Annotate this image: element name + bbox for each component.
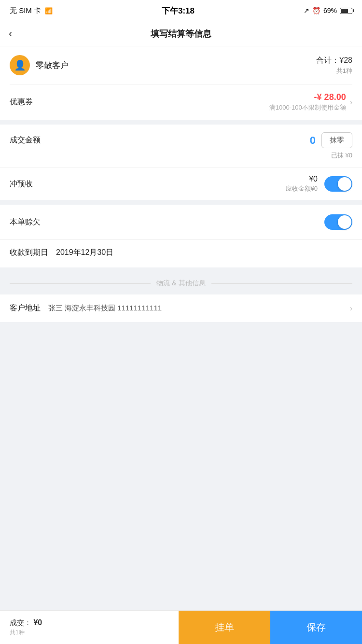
- deal-amount-label: 成交金额: [10, 135, 41, 145]
- amount-row: 成交金额 0 抹零: [0, 125, 362, 150]
- total-count: 共1种: [316, 67, 352, 75]
- coupon-amount: -¥ 28.00: [269, 92, 346, 102]
- due-date-label: 收款到期日: [10, 248, 48, 258]
- empty-space: [0, 327, 362, 423]
- avatar: 👤: [10, 55, 30, 75]
- status-bar: 无 SIM 卡 📶 下午3:18 ↗ ⏰ 69%: [0, 0, 362, 21]
- location-icon: ↗: [304, 7, 309, 14]
- back-icon: ‹: [9, 28, 12, 40]
- logistics-label: 物流 & 其他信息: [156, 279, 205, 288]
- line-bar-right: [211, 283, 352, 284]
- alarm-icon: ⏰: [312, 7, 320, 14]
- due-date-row: 收款到期日 2019年12月30日: [0, 239, 362, 267]
- save-button[interactable]: 保存: [270, 611, 362, 644]
- back-button[interactable]: ‹: [9, 28, 12, 40]
- customer-card: 👤 零散客户 合计：¥28 共1种 优惠券 -¥ 28.00 满1000-100…: [0, 46, 362, 120]
- deal-amount-card: 成交金额 0 抹零 已抹 ¥0 冲预收 ¥0 应收金额¥0: [0, 125, 362, 200]
- toggle-knob: [338, 177, 351, 191]
- address-label: 客户地址: [10, 303, 41, 313]
- bottom-deal-amount: ¥0: [33, 618, 42, 627]
- round-button[interactable]: 抹零: [321, 132, 352, 148]
- coupon-desc: 满1000-100不限制使用金额: [269, 103, 346, 112]
- customer-right: 合计：¥28 共1种: [316, 56, 352, 75]
- address-chevron-icon: ›: [350, 304, 352, 313]
- hold-button-label: 挂单: [215, 621, 234, 634]
- page-title: 填写结算等信息: [151, 28, 211, 40]
- bottom-deal-row: 成交： ¥0: [10, 618, 169, 628]
- prepay-label: 冲预收: [10, 179, 33, 189]
- status-right: ↗ ⏰ 69%: [304, 7, 352, 14]
- battery-icon: [340, 8, 352, 14]
- amount-right: 0 抹零: [301, 132, 352, 148]
- save-button-label: 保存: [306, 621, 326, 634]
- chevron-right-icon: ›: [350, 98, 352, 107]
- address-value: 张三 海淀永丰科技园 11111111111: [48, 304, 350, 313]
- wifi-icon: 📶: [45, 7, 53, 14]
- due-date-value: 2019年12月30日: [56, 248, 113, 258]
- total-amount: 合计：¥28: [316, 56, 352, 66]
- avatar-icon: 👤: [14, 59, 26, 71]
- debt-row: 本单赊欠: [0, 205, 362, 239]
- nav-bar: ‹ 填写结算等信息: [0, 21, 362, 46]
- customer-name: 零散客户: [36, 60, 69, 71]
- coupon-label: 优惠券: [10, 97, 33, 107]
- prepay-row: 冲预收 ¥0 应收金额¥0: [0, 168, 362, 200]
- bottom-deal-label: 成交：: [10, 618, 31, 627]
- logistics-section: 物流 & 其他信息 客户地址 张三 海淀永丰科技园 11111111111 ›: [0, 272, 362, 322]
- content: 👤 零散客户 合计：¥28 共1种 优惠券 -¥ 28.00 满1000-100…: [0, 46, 362, 423]
- prepay-amounts: ¥0 应收金额¥0: [286, 175, 318, 193]
- carrier-label: 无 SIM 卡: [10, 6, 41, 15]
- prepay-toggle[interactable]: [324, 176, 352, 192]
- status-time: 下午3:18: [162, 5, 195, 16]
- prepay-right: ¥0 应收金额¥0: [286, 175, 352, 193]
- bottom-count: 共1种: [10, 629, 169, 637]
- amount-sub: 已抹 ¥0: [0, 150, 362, 168]
- logistics-line: 物流 & 其他信息: [10, 279, 352, 288]
- coupon-row[interactable]: 优惠券 -¥ 28.00 满1000-100不限制使用金额 ›: [0, 84, 362, 120]
- debt-toggle-knob: [338, 215, 351, 229]
- debt-toggle[interactable]: [324, 214, 352, 230]
- status-left: 无 SIM 卡 📶: [10, 6, 53, 15]
- line-bar-left: [10, 283, 151, 284]
- hold-button[interactable]: 挂单: [179, 611, 270, 644]
- coupon-right: -¥ 28.00 满1000-100不限制使用金额: [269, 92, 346, 112]
- prepay-sub: 应收金额¥0: [286, 184, 318, 193]
- customer-row: 👤 零散客户 合计：¥28 共1种: [0, 46, 362, 84]
- bottom-bar: 成交： ¥0 共1种 挂单 保存: [0, 610, 362, 644]
- logistics-divider: 物流 & 其他信息: [0, 272, 362, 294]
- address-row[interactable]: 客户地址 张三 海淀永丰科技园 11111111111 ›: [0, 294, 362, 322]
- debt-label: 本单赊欠: [10, 217, 41, 227]
- battery-percent: 69%: [323, 7, 337, 14]
- bottom-summary: 成交： ¥0 共1种: [0, 618, 179, 637]
- deal-amount-value: 0: [301, 134, 316, 147]
- debt-card: 本单赊欠 收款到期日 2019年12月30日: [0, 205, 362, 267]
- prepay-value: ¥0: [286, 175, 318, 183]
- customer-left: 👤 零散客户: [10, 55, 69, 75]
